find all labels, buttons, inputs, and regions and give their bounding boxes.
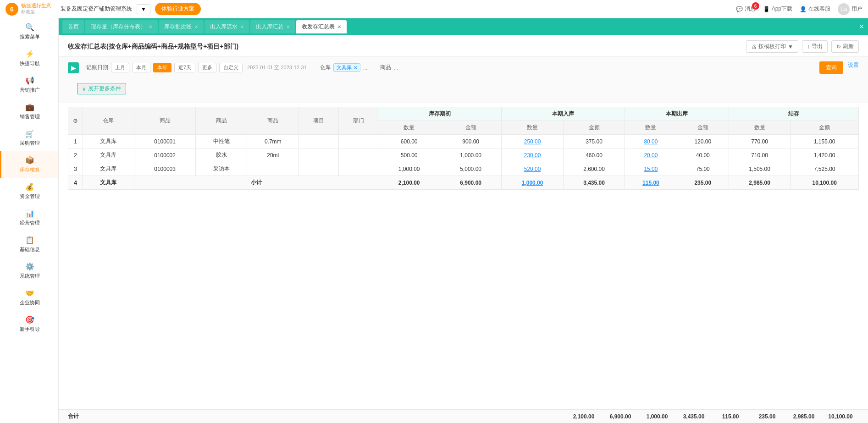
sidebar-item-finance[interactable]: 💰 资金管理 (0, 178, 58, 204)
footer-out-qty: 115.00 (712, 413, 749, 420)
date-btn-more[interactable]: 更多 (198, 63, 216, 72)
logo-sub: 标准版 (21, 9, 51, 15)
message-button[interactable]: 💬 消息 6 (736, 5, 756, 13)
footer-in-amt: 3,435.00 (675, 413, 712, 420)
user-button[interactable]: Ea 用户 (838, 3, 862, 15)
tab-recv-send-close[interactable]: ✕ (337, 24, 341, 29)
row-warehouse: 文具库 (83, 135, 134, 148)
tab-batch[interactable]: 库存批次账 ✕ (159, 20, 204, 33)
col-name: 商品 (196, 107, 247, 135)
export-label: 导出 (812, 43, 823, 50)
tab-inout-flow-close[interactable]: ✕ (240, 24, 244, 29)
row-project (299, 148, 339, 162)
tab-inout-flow-label: 出入库流水 (210, 23, 238, 31)
print-dropdown-icon: ▼ (788, 44, 793, 50)
tab-stock-dist-close[interactable]: ✕ (149, 24, 152, 29)
row-out-amt: 120.00 (677, 135, 729, 148)
row-no: 2 (68, 148, 83, 162)
filter-toggle[interactable]: ▶ (68, 62, 79, 73)
tab-stock-dist[interactable]: 现存量（库存分布表） ✕ (85, 20, 158, 33)
date-filter-label: 记账日期 (86, 64, 108, 71)
expand-conditions-button[interactable]: ∨ 展开更多条件 (77, 83, 126, 94)
search-button[interactable]: 查询 (819, 61, 843, 74)
row-code: 0100002 (134, 148, 195, 162)
message-icon: 💬 (736, 6, 743, 12)
row-out-qty: 20.00 (625, 148, 677, 162)
row-name: 中性笔 (196, 135, 247, 148)
tab-recv-send[interactable]: 收发存汇总表 ✕ (296, 20, 347, 33)
sub-opening-amt: 6,900.00 (440, 176, 501, 190)
top-bar: 6 畅捷通好生意 标准版 装备及固定资产辅助管理系统 ▼ 体验行业方案 💬 消息… (0, 0, 868, 18)
print-icon: 🖨 (751, 44, 757, 50)
service-icon: 👤 (800, 6, 807, 12)
page-title: 收发存汇总表(按仓库+商品编码+商品+规格型号+项目+部门) (68, 43, 238, 51)
sidebar-item-search[interactable]: 🔍 搜索菜单 (0, 18, 58, 45)
col-out-qty: 数量 (625, 121, 677, 135)
data-table: ⚙ 仓库 商品 商品 商品 项目 部门 库存期初 本期入库 本期出库 结存 (68, 107, 859, 190)
page-header: 收发存汇总表(按仓库+商品编码+商品+规格型号+项目+部门) 🖨 按模板打印 ▼… (59, 35, 868, 57)
sidebar-label-business: 经营管理 (20, 220, 40, 226)
col-out-amt: 金额 (677, 121, 729, 135)
table-row: 2 文具库 0100002 胶水 20ml 500.00 1,000.00 23… (68, 148, 859, 162)
row-opening-qty: 1,000.00 (378, 162, 440, 176)
sub-balance-qty: 2,985.00 (729, 176, 790, 190)
subtotal-row: 4 文具库 小计 2,100.00 6,900.00 1,000.00 3,43… (68, 176, 859, 190)
tab-inout-summary[interactable]: 出入库汇总 ✕ (250, 20, 295, 33)
date-btn-prev-month[interactable]: 上月 (111, 63, 129, 72)
col-opening-qty: 数量 (378, 121, 440, 135)
tab-batch-close[interactable]: ✕ (194, 24, 198, 29)
sidebar-item-newbie[interactable]: 🎯 新手引导 (0, 311, 58, 337)
warehouse-more[interactable]: ... (363, 65, 367, 71)
footer-opening-qty: 2,100.00 (565, 413, 602, 420)
sidebar-item-system[interactable]: ⚙️ 系统管理 (0, 258, 58, 284)
sidebar-item-business[interactable]: 📊 经营管理 (0, 204, 58, 231)
sidebar-item-corp[interactable]: 🤝 企业协同 (0, 284, 58, 311)
row-opening-amt: 5,000.00 (440, 162, 501, 176)
col-code: 商品 (134, 107, 195, 135)
footer-in-qty: 1,000.00 (639, 413, 675, 420)
col-spec: 商品 (247, 107, 299, 135)
sidebar-item-basic[interactable]: 📋 基础信息 (0, 231, 58, 258)
export-button[interactable]: ↑ 导出 (802, 40, 828, 53)
row-balance-qty: 770.00 (729, 135, 790, 148)
tab-stock-dist-label: 现存量（库存分布表） (91, 23, 146, 31)
sidebar-item-marketing[interactable]: 📢 营销推广 (0, 71, 58, 98)
sidebar-item-inventory[interactable]: 📦 库存核算 (0, 151, 58, 178)
tab-home[interactable]: 首页 (62, 20, 84, 33)
sidebar-label-system: 系统管理 (20, 273, 40, 280)
sidebar-item-purchase[interactable]: 🛒 采购管理 (0, 125, 58, 151)
footer-total-bar: 合计 2,100.00 6,900.00 1,000.00 3,435.00 1… (59, 409, 868, 423)
tab-bar-close[interactable]: ✕ (859, 23, 864, 30)
tab-batch-label: 库存批次账 (164, 23, 192, 31)
goods-more[interactable]: ... (394, 65, 398, 71)
logo-area: 6 畅捷通好生意 标准版 (6, 3, 51, 16)
newbie-icon: 🎯 (25, 315, 34, 324)
online-service-label: 在线客服 (808, 5, 830, 13)
row-opening-amt: 1,000.00 (440, 148, 501, 162)
date-btn-this-year[interactable]: 本年 (153, 63, 171, 72)
print-button[interactable]: 🖨 按模板打印 ▼ (746, 40, 798, 53)
experience-button[interactable]: 体验行业方案 (155, 3, 201, 15)
row-spec (247, 162, 299, 176)
warehouse-tag-close[interactable]: ✕ (354, 65, 357, 70)
online-service-button[interactable]: 👤 在线客服 (800, 5, 830, 13)
system-dropdown[interactable]: ▼ (137, 4, 150, 14)
date-btn-this-month[interactable]: 本月 (132, 63, 150, 72)
row-balance-amt: 7,525.00 (791, 162, 859, 176)
row-out-amt: 40.00 (677, 148, 729, 162)
row-out-qty: 15.00 (625, 162, 677, 176)
app-download-label: App下载 (772, 5, 792, 13)
date-btn-custom[interactable]: 自定义 (219, 63, 243, 72)
sidebar-item-quick[interactable]: ⚡ 快捷导航 (0, 45, 58, 71)
sidebar-item-sales[interactable]: 💼 销售管理 (0, 98, 58, 125)
app-download-button[interactable]: 📱 App下载 (763, 5, 792, 13)
date-btn-7days[interactable]: 近7天 (174, 63, 195, 72)
print-label: 按模板打印 (758, 43, 786, 50)
sub-opening-qty: 2,100.00 (378, 176, 440, 190)
footer-balance-amt: 10,100.00 (822, 413, 859, 420)
tab-inout-summary-close[interactable]: ✕ (286, 24, 290, 29)
row-warehouse: 文具库 (83, 162, 134, 176)
tab-inout-flow[interactable]: 出入库流水 ✕ (205, 20, 249, 33)
settings-link[interactable]: 设置 (848, 61, 859, 69)
refresh-button[interactable]: ↻ 刷新 (831, 40, 859, 53)
